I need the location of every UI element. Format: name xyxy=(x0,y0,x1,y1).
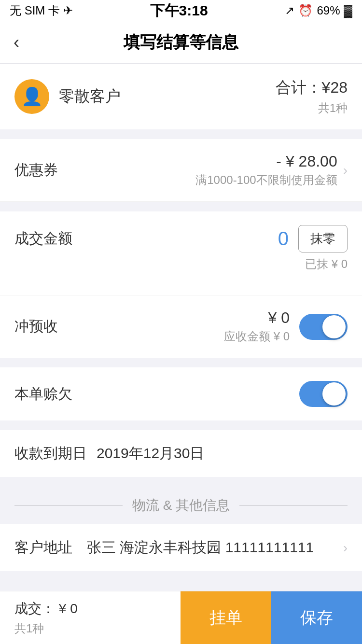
deal-amount-top: 成交金额 0 抹零 xyxy=(14,225,348,252)
debt-label: 本单赊欠 xyxy=(14,384,72,404)
prereceive-label: 冲预收 xyxy=(14,317,58,336)
due-date-section: 收款到期日 2019年12月30日 xyxy=(0,430,362,477)
page-title: 填写结算等信息 xyxy=(124,31,238,54)
coupon-discount: - ¥ 28.00 xyxy=(195,153,337,170)
alarm-icon: ⏰ xyxy=(298,4,313,17)
battery-icon: ▓ xyxy=(344,4,352,17)
status-network: 无 SIM 卡 ✈ xyxy=(10,3,73,18)
status-time: 下午3:18 xyxy=(150,1,208,21)
round-button[interactable]: 抹零 xyxy=(298,225,348,252)
nav-bar: ‹ 填写结算等信息 xyxy=(0,21,362,64)
due-date-value: 2019年12月30日 xyxy=(97,444,204,463)
prereceive-desc: 应收金额 ¥ 0 xyxy=(224,329,290,344)
coupon-right: - ¥ 28.00 满1000-100不限制使用金额 › xyxy=(195,153,348,188)
due-date-row: 收款到期日 2019年12月30日 xyxy=(0,430,362,477)
prereceive-row: 冲预收 ¥ 0 应收金额 ¥ 0 xyxy=(0,295,362,358)
deal-amount-row: 成交金额 0 抹零 已抹 ¥ 0 xyxy=(0,211,362,285)
address-value: 张三 海淀永丰科技园 11111111111 xyxy=(87,538,343,558)
location-icon: ↗ xyxy=(285,4,294,17)
coupon-info: - ¥ 28.00 满1000-100不限制使用金额 xyxy=(195,153,337,188)
deal-amount-label: 成交金额 xyxy=(14,229,72,249)
due-date-label: 收款到期日 xyxy=(14,444,87,463)
deal-amount-value[interactable]: 0 xyxy=(269,228,289,250)
address-section[interactable]: 客户地址 张三 海淀永丰科技园 11111111111 › xyxy=(0,524,362,571)
coupon-desc: 满1000-100不限制使用金额 xyxy=(195,172,337,188)
customer-row: 👤 零散客户 合计：¥28 共1种 xyxy=(0,64,362,129)
prereceive-info: ¥ 0 应收金额 ¥ 0 xyxy=(224,309,290,344)
customer-info: 👤 零散客户 xyxy=(14,79,121,114)
bottom-count-label: 共1种 xyxy=(14,621,166,636)
deal-amount-controls: 0 抹零 xyxy=(269,225,348,252)
deal-section: 成交金额 0 抹零 已抹 ¥ 0 冲预收 ¥ 0 应收金额 ¥ 0 xyxy=(0,211,362,358)
prereceive-right: ¥ 0 应收金额 ¥ 0 xyxy=(224,309,348,344)
prereceive-amount: ¥ 0 xyxy=(224,309,290,327)
customer-name: 零散客户 xyxy=(59,86,121,107)
already-rounded: 已抹 ¥ 0 xyxy=(14,256,348,272)
debt-toggle-knob xyxy=(322,382,346,406)
debt-toggle[interactable] xyxy=(299,381,348,407)
avatar-icon: 👤 xyxy=(21,86,43,107)
coupon-row[interactable]: 优惠券 - ¥ 28.00 满1000-100不限制使用金额 › xyxy=(0,139,362,202)
address-label: 客户地址 xyxy=(14,538,72,558)
battery-label: 69% xyxy=(317,4,340,17)
toggle-knob xyxy=(322,315,346,338)
pending-button[interactable]: 挂单 xyxy=(181,591,271,644)
divider-line-right xyxy=(239,505,348,506)
divider-text: 物流 & 其他信息 xyxy=(132,496,230,515)
back-button[interactable]: ‹ xyxy=(14,32,19,53)
bottom-bar: 成交： ¥ 0 共1种 挂单 保存 xyxy=(0,591,362,644)
prereceive-toggle[interactable] xyxy=(299,314,348,340)
coupon-label: 优惠券 xyxy=(14,160,58,180)
logistics-divider: 物流 & 其他信息 xyxy=(0,487,362,524)
total-price: 合计：¥28 xyxy=(276,77,348,98)
customer-section: 👤 零散客户 合计：¥28 共1种 xyxy=(0,64,362,129)
debt-section: 本单赊欠 xyxy=(0,367,362,420)
total-count: 共1种 xyxy=(276,100,348,116)
bottom-summary: 成交： ¥ 0 共1种 xyxy=(0,600,181,636)
customer-total: 合计：¥28 共1种 xyxy=(276,77,348,116)
save-button[interactable]: 保存 xyxy=(271,591,362,644)
address-chevron-icon: › xyxy=(343,540,348,556)
status-bar: 无 SIM 卡 ✈ 下午3:18 ↗ ⏰ 69% ▓ xyxy=(0,0,362,21)
bottom-deal-label: 成交： ¥ 0 xyxy=(14,600,166,618)
avatar: 👤 xyxy=(14,79,49,114)
coupon-section[interactable]: 优惠券 - ¥ 28.00 满1000-100不限制使用金额 › xyxy=(0,139,362,202)
chevron-right-icon: › xyxy=(343,163,348,178)
status-right: ↗ ⏰ 69% ▓ xyxy=(285,4,352,17)
divider-line-left xyxy=(14,505,123,506)
divider-text-row: 物流 & 其他信息 xyxy=(0,496,362,515)
status-left: 无 SIM 卡 ✈ xyxy=(10,3,73,18)
